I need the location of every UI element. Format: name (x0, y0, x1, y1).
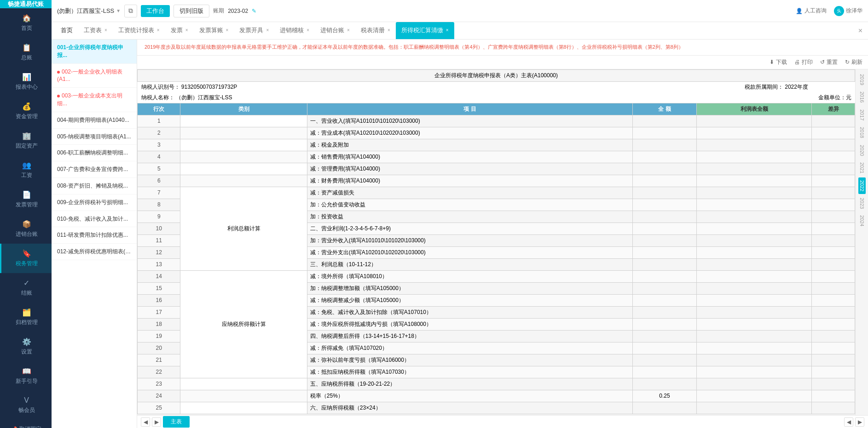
row-item-6: 减：财务费用(填写A104000) (307, 175, 632, 187)
tab-prev-btn[interactable]: ◀ (141, 417, 150, 427)
sub-sidebar-item-004[interactable]: 004-期间费用明细表(A1040... (52, 112, 137, 129)
sub-sidebar-item-001[interactable]: 001-企业所得税年度纳税申报... (52, 40, 137, 64)
reset-btn[interactable]: ↺ 重置 (820, 58, 838, 66)
sidebar-item-fixed-assets[interactable]: 🏢 固定资产 (0, 126, 52, 155)
tab-home[interactable]: 首页 (55, 22, 78, 39)
tab-payroll-close[interactable]: × (104, 28, 107, 33)
row-category-23 (180, 378, 307, 390)
year-2022[interactable]: 2022 (858, 177, 866, 194)
row-amount-18 (633, 318, 697, 330)
year-2021[interactable]: 2021 (858, 160, 866, 176)
sidebar-item-tax-mgmt[interactable]: 🔖 税务管理 (0, 244, 52, 273)
cancel-pin-btn[interactable]: 📌 取消固定 (0, 420, 52, 428)
download-btn[interactable]: ⬇ 下载 (770, 58, 787, 66)
period-value: 2023-02 (228, 8, 248, 14)
table-row: 25 六、应纳所得税额（23×24） (138, 402, 855, 414)
table-toolbar: ⬇ 下载 🖨 打印 ↺ 重置 ↻ 刷新 (137, 56, 868, 69)
year-2016[interactable]: 2016 (858, 89, 866, 105)
tab-invoice-label: 发票 (171, 26, 183, 34)
sub-sidebar-item-007[interactable]: 007-广告费和业务宣传费跨... (52, 161, 137, 178)
close-all-icon[interactable]: × (858, 27, 862, 35)
row-num-19: 19 (138, 330, 180, 342)
copy-icon-btn[interactable]: ⧉ (124, 5, 137, 17)
reset-label: 重置 (827, 58, 838, 66)
tab-tax-schedule[interactable]: 税表清册 × (355, 22, 396, 39)
company-selector[interactable]: (勿删）江西服宝-LSS ▼ (57, 7, 121, 15)
sidebar-label-fund: 资金管理 (16, 113, 38, 120)
year-2020[interactable]: 2020 (858, 142, 866, 159)
year-2023[interactable]: 2023 (858, 195, 866, 211)
sidebar-item-general-ledger[interactable]: 📋 总账 (0, 38, 52, 67)
tab-next-btn[interactable]: ▶ (152, 417, 161, 427)
year-2018[interactable]: 2018 (858, 124, 866, 141)
sub-sidebar-item-005[interactable]: 005-纳税调整项目明细表(A1... (52, 129, 137, 145)
table-row: 23 五、应纳税所得额（19-20-21-22） (138, 378, 855, 390)
sidebar-item-invoice-mgmt[interactable]: 📄 发票管理 (0, 185, 52, 214)
period-edit-icon[interactable]: ✎ (252, 8, 256, 14)
sheet-tab-main[interactable]: 主表 (163, 416, 190, 428)
sub-sidebar-item-011[interactable]: 011-研发费用加计扣除优惠... (52, 227, 137, 244)
tab-payroll-label: 工资表 (84, 26, 102, 34)
sidebar-item-payroll[interactable]: 👥 工资 (0, 155, 52, 185)
sub-sidebar-item-006[interactable]: 006-职工薪酬纳税调整明细... (52, 145, 137, 161)
sub-sidebar-item-008[interactable]: 008-资产折旧、摊销及纳税... (52, 178, 137, 194)
scroll-right-btn[interactable]: ▶ (855, 417, 864, 427)
sidebar-item-vip[interactable]: V 畅会员 (0, 391, 52, 420)
sidebar-item-new-guide[interactable]: 📖 新手引导 (0, 361, 52, 391)
taxpayer-id: 纳税人识别号： 91320500703719732P (138, 81, 633, 92)
sub-sidebar-item-010[interactable]: 010-免税、减计收入及加计... (52, 211, 137, 228)
sidebar-item-closing[interactable]: ✓ 结账 (0, 273, 52, 302)
refresh-btn[interactable]: ↻ 刷新 (845, 58, 862, 66)
row-item-22: 减：抵扣应纳税所得额（填写A107030） (307, 366, 632, 378)
tab-income-tax[interactable]: 所得税汇算清缴 × (396, 22, 454, 39)
tab-ledger-label: 进销台账 (320, 26, 344, 34)
tab-tax-schedule-close[interactable]: × (388, 28, 390, 33)
tab-payroll-stats-close[interactable]: × (157, 28, 160, 33)
row-diff-2 (812, 127, 855, 139)
sidebar-label-settings: 设置 (21, 348, 32, 356)
tab-payroll-stats[interactable]: 工资统计报表 × (113, 22, 165, 39)
tab-invoice-close[interactable]: × (185, 28, 188, 33)
tab-ledger-close[interactable]: × (347, 28, 350, 33)
tab-ledger[interactable]: 进销台账 × (315, 22, 355, 39)
year-2019[interactable]: 2019 (858, 71, 866, 88)
row-amount-22 (633, 366, 697, 378)
settings-icon: ⚙️ (22, 337, 31, 346)
row-profit-7 (696, 187, 812, 199)
print-btn[interactable]: 🖨 打印 (794, 58, 813, 66)
tab-invoice-calc-close[interactable]: × (226, 28, 229, 33)
tab-invoice[interactable]: 发票 × (165, 22, 194, 39)
year-2024[interactable]: 2024 (858, 212, 866, 229)
company-name-row: 纳税人名称： （勿删）江西服宝-LSS (138, 92, 633, 103)
sub-sidebar-item-002[interactable]: 002-一般企业收入明细表(A1... (52, 64, 137, 88)
row-item-24: 税率（25%） (307, 390, 632, 402)
tab-invoice-issue-close[interactable]: × (266, 28, 269, 33)
sidebar-item-sales-purchase[interactable]: 📦 进销台账 (0, 214, 52, 244)
work-platform-btn[interactable]: 工作台 (141, 5, 170, 17)
ai-consult-btn[interactable]: 👤 人工咨询 (796, 7, 827, 15)
row-profit-1 (696, 115, 812, 127)
sub-sidebar-item-012[interactable]: 012-减免所得税优惠明细表(… (52, 244, 137, 260)
tab-verify[interactable]: 进销稽核 × (274, 22, 315, 39)
tab-payroll[interactable]: 工资表 × (78, 22, 113, 39)
tab-verify-close[interactable]: × (307, 28, 309, 33)
sidebar-item-home[interactable]: 🏠 首页 (0, 8, 52, 38)
user-profile-btn[interactable]: 头 徐泽华 (834, 6, 862, 16)
sidebar-item-fund-mgmt[interactable]: 💰 资金管理 (0, 97, 52, 126)
tab-invoice-issue[interactable]: 发票开具 × (234, 22, 274, 39)
switch-old-version-btn[interactable]: 切到旧版 (174, 5, 209, 17)
table-scroll[interactable]: 企业所得税年度纳税申报表（A类）主表(A100000) 纳税人识别号： 9132… (137, 69, 855, 415)
tab-income-tax-close[interactable]: × (446, 28, 449, 33)
sub-sidebar-item-003[interactable]: 003-一般企业成本支出明细... (52, 88, 137, 112)
year-2017[interactable]: 2017 (858, 107, 866, 123)
tab-invoice-calc[interactable]: 发票算账 × (194, 22, 234, 39)
row-amount-3 (633, 139, 697, 151)
row-amount-21 (633, 354, 697, 366)
sidebar-item-settings[interactable]: ⚙️ 设置 (0, 332, 52, 361)
download-icon: ⬇ (770, 59, 774, 65)
sub-sidebar-item-009[interactable]: 009-企业所得税补亏损明细... (52, 194, 137, 211)
sidebar-item-archive[interactable]: 🗂️ 归档管理 (0, 302, 52, 332)
scroll-left-btn[interactable]: ◀ (844, 417, 853, 427)
sidebar-item-report-center[interactable]: 📊 报表中心 (0, 67, 52, 97)
row-amount-17 (633, 306, 697, 318)
